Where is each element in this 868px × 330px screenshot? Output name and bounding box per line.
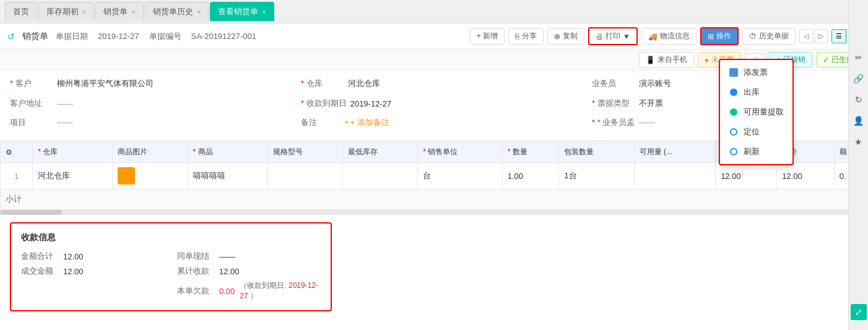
doc-date-value: 2019-12-27: [98, 31, 139, 42]
doc-date-label: 单据日期: [56, 31, 88, 42]
operations-button[interactable]: ⊞ 操作: [700, 27, 739, 45]
next-button[interactable]: ▷: [814, 29, 828, 43]
payment-cumulative-row: 累计收款 12.00: [177, 266, 321, 277]
same-order-label: 同单现结: [177, 251, 214, 262]
locate-icon: [729, 127, 739, 137]
dropdown-out-warehouse[interactable]: 出库: [720, 82, 792, 102]
operator-value: 演示账号: [635, 77, 675, 90]
salesperson-value: ——: [635, 116, 659, 128]
circle-outline-refresh-icon: [730, 148, 737, 155]
cell-pack-qty: 1台: [559, 163, 634, 189]
add-invoice-label: 添发票: [744, 67, 768, 78]
from-mobile-button[interactable]: 📱 来自手机: [639, 52, 694, 67]
cumulative-label: 累计收款: [177, 266, 214, 277]
out-warehouse-icon: [729, 87, 739, 97]
th-min-stock: 最低库存: [342, 142, 417, 163]
copy-icon: ⊕: [554, 32, 560, 41]
copy-label: 复制: [563, 31, 578, 41]
logistics-label: 物流信息: [660, 31, 690, 41]
available-qty-label: 可用量提取: [744, 106, 784, 118]
payment-total-row: 金额合计 12.00: [21, 251, 165, 262]
cell-row-num: 1: [1, 163, 33, 189]
payment-date-value: 2019-12-27: [347, 98, 396, 110]
prev-button[interactable]: ◁: [799, 29, 813, 43]
cell-warehouse: 河北仓库: [33, 163, 113, 189]
due-date-suffix: ）: [250, 292, 258, 300]
project-field: 项目 ——: [10, 116, 276, 128]
out-warehouse-label: 出库: [744, 87, 760, 98]
cell-product: 嘻嘻嘻嘻: [188, 163, 267, 189]
doc-number-label: 单据编号: [149, 31, 181, 42]
dropdown-refresh[interactable]: 刷新: [720, 142, 792, 162]
th-sales-unit: 销售单位: [418, 142, 502, 163]
dropdown-locate[interactable]: 定位: [720, 122, 792, 142]
cell-min-stock: [342, 163, 417, 189]
print-button[interactable]: 🖨 打印 ▼: [588, 27, 638, 45]
add-note-button[interactable]: + + 添加备注: [344, 117, 389, 128]
settings-icon: ⚙: [6, 148, 12, 157]
th-spec: 规格型号: [267, 142, 342, 163]
due-label: 本单欠款: [177, 285, 214, 297]
address-label: 客户地址: [10, 98, 53, 109]
operations-label: 操作: [716, 31, 731, 41]
tab-inventory-init-label: 库存期初: [46, 6, 79, 17]
payment-total-label: 金额合计: [21, 251, 58, 262]
sidebar-refresh-button[interactable]: ↻: [851, 92, 867, 108]
effective-check-icon: ✓: [823, 56, 829, 64]
cell-quantity: 1.00: [502, 163, 559, 189]
blue-circle-icon: [730, 89, 737, 96]
payment-date-label: 收款到期日: [301, 98, 347, 109]
payment-title: 收款信息: [21, 232, 321, 243]
table-scrollbar[interactable]: [0, 210, 868, 215]
tab-sales-order[interactable]: 销货单 ×: [95, 2, 143, 21]
sidebar-person-button[interactable]: 👤: [851, 113, 867, 129]
payment-grid: 金额合计 12.00 同单现结 —— 成交金额 12.00 累计收款 12.00…: [21, 251, 321, 302]
tab-view-sales-close[interactable]: ×: [262, 8, 266, 15]
not-opened-icon: ●: [705, 56, 709, 64]
history-icon: ⏱: [749, 32, 757, 41]
dropdown-add-invoice[interactable]: 添发票: [720, 63, 792, 82]
operations-dropdown: 添发票 出库 可用量提取 定位 刷新: [719, 59, 794, 165]
sidebar-edit-button[interactable]: ✏: [851, 50, 867, 66]
same-order-value: ——: [219, 252, 235, 261]
tab-view-sales[interactable]: 查看销货单 ×: [210, 2, 274, 21]
sidebar-refresh-icon: ↻: [855, 95, 862, 105]
print-dropdown-icon: ▼: [623, 32, 630, 41]
th-product: 商品: [188, 142, 267, 163]
toolbar-left: ↺ 销货单 单据日期 2019-12-27 单据编号 SA-20191227-0…: [7, 31, 256, 42]
share-button[interactable]: ⎘ 分享: [508, 28, 544, 45]
tab-sales-order-label: 销货单: [103, 6, 128, 17]
tab-sales-history[interactable]: 销货单历史 ×: [145, 2, 209, 21]
dropdown-available-qty[interactable]: 可用量提取: [720, 102, 792, 122]
sidebar-expand-button[interactable]: ⤢: [851, 304, 867, 320]
operator-label: 业务员: [592, 78, 635, 89]
due-value: 0.00: [219, 287, 235, 296]
locate-label: 定位: [744, 126, 760, 137]
sidebar-person-icon: 👤: [853, 116, 864, 126]
new-button[interactable]: + 新增: [470, 28, 505, 45]
tab-sales-history-close[interactable]: ×: [197, 8, 201, 15]
sidebar-star-button[interactable]: ★: [851, 134, 867, 150]
toolbar: ↺ 销货单 单据日期 2019-12-27 单据编号 SA-20191227-0…: [0, 24, 868, 50]
view-list-button[interactable]: ☰: [831, 29, 846, 43]
logistics-button[interactable]: 🚚 物流信息: [641, 28, 697, 45]
add-note-plus-icon: +: [344, 118, 349, 127]
transaction-label: 成交金额: [21, 266, 58, 277]
tab-sales-order-close[interactable]: ×: [131, 8, 135, 15]
cell-spec: [267, 163, 342, 189]
share-icon: ⎘: [515, 32, 519, 41]
tab-home[interactable]: 首页: [5, 2, 37, 21]
sidebar-link-button[interactable]: 🔗: [851, 71, 867, 87]
cell-unit-price: 12.00: [777, 163, 835, 189]
payment-total-value: 12.00: [63, 252, 84, 261]
scrollbar-thumb[interactable]: [0, 210, 62, 215]
copy-button[interactable]: ⊕ 复制: [547, 28, 584, 45]
table-row: 1 河北仓库 嘻嘻嘻嘻 台 1.00 1台 12.00 12.00 0.: [1, 163, 868, 189]
tab-inventory-init[interactable]: 库存期初 ×: [38, 2, 94, 21]
print-label: 打印: [605, 31, 620, 41]
tab-home-label: 首页: [13, 6, 29, 17]
tab-inventory-init-close[interactable]: ×: [82, 8, 86, 15]
tab-view-sales-label: 查看销货单: [218, 6, 258, 17]
logistics-icon: 🚚: [648, 32, 658, 41]
history-button[interactable]: ⏱ 历史单据: [742, 28, 796, 45]
